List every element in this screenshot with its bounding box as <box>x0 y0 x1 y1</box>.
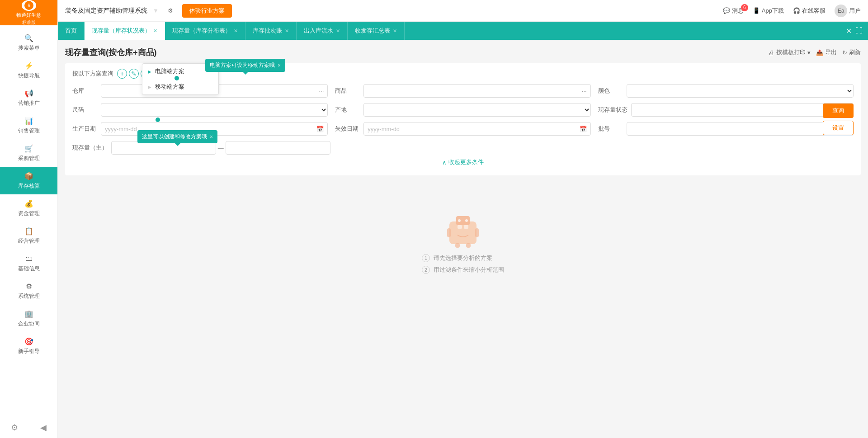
user-label: 用户 <box>849 7 861 15</box>
add-scheme-button[interactable]: + <box>117 69 127 79</box>
tab-inout[interactable]: 出入库流水 ✕ <box>297 22 348 40</box>
sidebar-nav: 🔍 搜索菜单 ⚡ 快捷导航 📢 营销推广 📊 销售管理 🛒 采购管理 📦 库存核… <box>0 25 57 417</box>
empty-state: 1 请先选择要分析的方案 2 用过滤条件来缩小分析范围 <box>65 181 861 301</box>
app-download-item[interactable]: 📱 App下载 <box>753 7 784 15</box>
tab-inout-label: 出入库流水 <box>304 27 333 35</box>
filter-label: 按以下方案查询 <box>72 70 113 78</box>
tooltip-create-scheme: 这里可以创建和修改方案哦 × <box>137 130 217 143</box>
collapse-sidebar-icon[interactable]: ◀ <box>40 423 47 433</box>
sidebar-item-guide[interactable]: 🎯 新手引导 <box>0 332 57 360</box>
app-download-label: App下载 <box>762 7 784 15</box>
sidebar-label-system: 系统管理 <box>18 292 40 300</box>
tab-inventory-dist-label: 现存量（库存分布表） <box>172 27 231 35</box>
sidebar-item-system[interactable]: ⚙ 系统管理 <box>0 277 57 305</box>
collapse-label: 收起更多条件 <box>448 158 484 166</box>
batch-no-label: 批号 <box>598 125 623 133</box>
size-select[interactable] <box>101 103 328 117</box>
tooltip2-text: 这里可以创建和修改方案哦 <box>142 133 207 141</box>
topbar-divider: ▼ <box>153 7 159 14</box>
tab-home[interactable]: 首页 <box>58 22 85 40</box>
goods-label: 商品 <box>335 87 360 95</box>
mobile-scheme-item[interactable]: ▶ 移动端方案 <box>142 79 218 94</box>
triangle-icon2: ▶ <box>148 85 151 89</box>
filter-row-2: 尺码 产地 现存量状态 <box>72 103 854 117</box>
sidebar-item-basic[interactable]: 🗃 基础信息 <box>0 250 57 277</box>
origin-select[interactable] <box>363 103 590 117</box>
svg-rect-9 <box>475 228 479 237</box>
tab-inout-close[interactable]: ✕ <box>336 28 340 34</box>
batch-no-input[interactable] <box>627 122 854 136</box>
user-item[interactable]: Ea 用户 <box>835 5 861 17</box>
tab-inventory-status[interactable]: 现存量（库存状况表） ✕ <box>85 22 165 40</box>
tab-summary-close[interactable]: ✕ <box>393 28 397 34</box>
refresh-button[interactable]: ↻ 刷新 <box>842 48 861 57</box>
template-print-button[interactable]: 🖨 按模板打印 ▾ <box>769 48 811 57</box>
tab-actions: ✕ ⛶ <box>840 27 868 35</box>
message-item[interactable]: 💬 消息 6 <box>723 7 744 15</box>
search-icon: 🔍 <box>24 33 33 42</box>
stock-qty-max-input[interactable] <box>226 141 330 155</box>
tab-inventory-dist-close[interactable]: ✕ <box>234 28 238 34</box>
origin-field: 产地 <box>335 103 590 117</box>
pc-scheme-label: 电脑端方案 <box>155 67 184 75</box>
svg-rect-10 <box>455 243 460 248</box>
sidebar-item-sales[interactable]: 📊 销售管理 <box>0 112 57 139</box>
sidebar-label-finance: 资金管理 <box>18 210 40 217</box>
page-title: 现存量查询(按仓库+商品) <box>65 47 157 58</box>
mobile-scheme-label: 移动端方案 <box>155 83 184 91</box>
set-button[interactable]: 设置 <box>823 121 854 135</box>
tooltip2-close[interactable]: × <box>210 134 213 140</box>
sidebar-item-enterprise[interactable]: 🏢 企业协同 <box>0 305 57 332</box>
stock-status-field: 现存量状态 <box>598 103 854 117</box>
settings-footer-icon[interactable]: ⚙ <box>11 423 18 433</box>
origin-label: 产地 <box>335 106 360 114</box>
empty-tips: 1 请先选择要分析的方案 2 用过滤条件来缩小分析范围 <box>422 254 504 274</box>
tab-inventory-dist[interactable]: 现存量（库存分布表） ✕ <box>165 22 245 40</box>
tooltip-pc-scheme: 电脑方案可设为移动方案哦 × <box>205 59 285 72</box>
production-date-label: 生产日期 <box>72 125 97 133</box>
tab-summary[interactable]: 收发存汇总表 ✕ <box>348 22 405 40</box>
stock-status-select[interactable] <box>631 103 854 117</box>
tab-fullscreen-icon[interactable]: ⛶ <box>855 27 863 35</box>
empty-tip-2: 2 用过滤条件来缩小分析范围 <box>422 266 504 274</box>
sidebar-item-finance[interactable]: 💰 资金管理 <box>0 194 57 222</box>
system-title: 装备及固定资产辅助管理系统 <box>65 7 147 15</box>
tab-inventory-status-close[interactable]: ✕ <box>153 28 157 34</box>
online-service-label: 在线客服 <box>802 7 826 15</box>
sidebar-item-purchase[interactable]: 🛒 采购管理 <box>0 139 57 167</box>
tab-batch-label: 库存批次账 <box>253 27 282 35</box>
tab-close-all-icon[interactable]: ✕ <box>846 27 852 35</box>
goods-input[interactable]: ··· <box>363 84 590 98</box>
color-select[interactable] <box>627 84 854 98</box>
tab-batch-close[interactable]: ✕ <box>285 28 289 34</box>
goods-dots: ··· <box>582 88 587 94</box>
sidebar-label-quick: 快捷导航 <box>18 72 40 80</box>
add-icon: + <box>120 70 124 77</box>
expiry-date-input[interactable]: yyyy-mm-dd 📅 <box>363 122 590 136</box>
query-buttons: 查询 设置 <box>823 104 854 135</box>
enterprise-icon: 🏢 <box>24 309 33 318</box>
experience-button[interactable]: 体验行业方案 <box>182 4 232 18</box>
sales-icon: 📊 <box>24 116 33 125</box>
tab-home-label: 首页 <box>65 27 77 35</box>
online-service-item[interactable]: 🎧 在线客服 <box>793 7 826 15</box>
expiry-date-label: 失效日期 <box>335 125 360 133</box>
settings-icon[interactable]: ⚙ <box>164 5 177 17</box>
tab-inventory-status-label: 现存量（库存状况表） <box>92 27 151 35</box>
sidebar-item-marketing[interactable]: 📢 营销推广 <box>0 84 57 112</box>
edit-scheme-button[interactable]: ✎ <box>129 69 139 79</box>
calendar-icon-2: 📅 <box>580 126 587 132</box>
empty-tip-1: 1 请先选择要分析的方案 <box>422 254 504 262</box>
export-button[interactable]: 📤 导出 <box>816 48 837 57</box>
sidebar-item-quick[interactable]: ⚡ 快捷导航 <box>0 57 57 84</box>
query-button[interactable]: 查询 <box>823 104 854 118</box>
sidebar-label-sales: 销售管理 <box>18 127 40 135</box>
sidebar-item-inventory[interactable]: 📦 库存核算 <box>0 167 57 194</box>
tab-batch[interactable]: 库存批次账 ✕ <box>245 22 297 40</box>
sidebar-label-basic: 基础信息 <box>18 265 40 273</box>
tooltip1-close[interactable]: × <box>278 62 281 69</box>
sidebar-item-search[interactable]: 🔍 搜索菜单 <box>0 29 57 57</box>
collapse-button[interactable]: ∧ 收起更多条件 <box>72 155 854 170</box>
production-date-placeholder: yyyy-mm-dd <box>105 126 137 132</box>
sidebar-item-operations[interactable]: 📋 经营管理 <box>0 222 57 250</box>
